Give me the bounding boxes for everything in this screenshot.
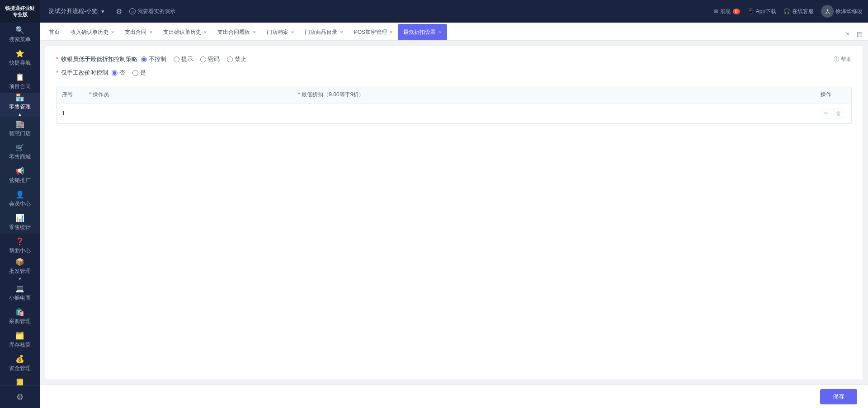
project-selector[interactable]: 测试分开流程-小览 ▼ xyxy=(45,5,108,17)
close-icon[interactable]: × xyxy=(253,29,255,35)
sidebar-item-retail[interactable]: 🏪 零售管理 ▲ xyxy=(0,93,40,117)
sidebar-item-finance[interactable]: 💰 资金管理 xyxy=(0,352,40,375)
sidebar-item-member[interactable]: 👤 会员中心 xyxy=(0,187,40,211)
close-icon[interactable]: × xyxy=(291,29,294,35)
sidebar: 畅捷通好业财 专业版 🔍 搜索菜单 ⭐ 快捷导航 📋 项目合同 🏪 零售管理 ▲… xyxy=(0,0,40,408)
tab-home[interactable]: 首页 xyxy=(43,24,65,40)
project-name: 测试分开流程-小览 xyxy=(49,7,98,15)
topbar-settings-btn[interactable]: ⚙ xyxy=(114,5,124,18)
sidebar-item-label: 会员中心 xyxy=(9,200,31,208)
sidebar-item-label: 零售商城 xyxy=(9,153,31,161)
sidebar-item-wholesale[interactable]: 📦 批发管理 ▼ xyxy=(0,258,40,281)
help-link[interactable]: ⓘ 帮助 xyxy=(834,56,852,63)
sidebar-item-quicknav[interactable]: ⭐ 快捷导航 xyxy=(0,46,40,70)
form-section: * 收银员低于最低折扣控制策略 不控制 提示 xyxy=(56,55,852,77)
chevron-down-icon: ▼ xyxy=(100,9,105,14)
manual-price-radio-group: 否 是 xyxy=(112,69,146,77)
sidebar-item-label: 零售统计 xyxy=(9,224,31,231)
inventory-icon: 🗂️ xyxy=(15,331,24,340)
marketing-icon: 📢 xyxy=(15,167,24,175)
app-download-icon: 📱 xyxy=(747,8,754,14)
radio-no[interactable]: 否 xyxy=(112,69,125,77)
sidebar-item-ledger[interactable]: 📒 总账管理 xyxy=(0,375,40,385)
customer-service-btn[interactable]: 🎧 在线客服 xyxy=(783,8,814,15)
topbar-right: ✉ 消息 8 📱 App下载 🎧 在线客服 人 徐泽华修改 xyxy=(714,5,863,18)
sidebar-item-marketing[interactable]: 📢 营销推广 xyxy=(0,164,40,187)
tab-store-file[interactable]: 门店档案 × xyxy=(261,24,299,40)
logo-text: 畅捷通好业财 专业版 xyxy=(5,5,35,18)
project-icon: 📋 xyxy=(15,73,24,81)
strategy-radio-group: 不控制 提示 密码 禁止 xyxy=(141,55,246,63)
ledger-icon: 📒 xyxy=(15,378,24,386)
sidebar-item-inventory[interactable]: 🗂️ 库存核算 xyxy=(0,328,40,352)
sidebar-item-search[interactable]: 🔍 搜索菜单 xyxy=(0,23,40,46)
quicknav-icon: ⭐ xyxy=(15,49,24,58)
message-btn[interactable]: ✉ 消息 8 xyxy=(714,8,740,15)
settings-button[interactable]: ⚙ xyxy=(0,385,40,408)
customer-service-icon: 🎧 xyxy=(783,8,790,14)
demo-link[interactable]: ○ 我要看实例演示 xyxy=(129,8,175,15)
table-container: 序号 * 操作员 * 最低折扣（9.00等于9折） 操作 xyxy=(56,86,852,124)
required-mark-2: * xyxy=(56,69,58,76)
manual-price-label: * 仅手工改价时控制 xyxy=(56,69,108,77)
tab-label: POS加密管理 xyxy=(354,28,387,36)
tab-label: 最低折扣设置 xyxy=(403,28,436,36)
radio-prompt[interactable]: 提示 xyxy=(174,55,193,63)
sidebar-item-project[interactable]: 📋 项目合同 xyxy=(0,70,40,93)
sidebar-item-stats[interactable]: 📊 零售统计 xyxy=(0,211,40,234)
tab-payment-board[interactable]: 支出合同看板 × xyxy=(212,24,261,40)
tab-min-discount[interactable]: 最低折扣设置 × xyxy=(398,24,447,40)
main-area: 测试分开流程-小览 ▼ ⚙ ○ 我要看实例演示 ✉ 消息 8 📱 App下载 🎧… xyxy=(40,0,868,408)
user-menu[interactable]: 人 徐泽华修改 xyxy=(821,5,863,18)
radio-password[interactable]: 密码 xyxy=(200,55,220,63)
close-icon[interactable]: × xyxy=(149,29,152,35)
delete-btn[interactable]: 🗑 xyxy=(833,108,844,119)
close-icon[interactable]: × xyxy=(340,29,343,35)
help-label: 帮助 xyxy=(841,56,852,63)
app-download-label: App下载 xyxy=(756,8,776,15)
help-icon: ❓ xyxy=(15,237,24,246)
tab-label: 支出合同 xyxy=(125,28,146,36)
tab-income-history[interactable]: 收入确认单历史 × xyxy=(65,24,119,40)
tab-label: 门店商品目录 xyxy=(305,28,337,36)
tab-label: 门店档案 xyxy=(267,28,288,36)
message-icon: ✉ xyxy=(714,8,718,14)
footer-bar: 保存 xyxy=(40,385,868,408)
sidebar-item-ecommerce[interactable]: 💻 小畅电商 xyxy=(0,281,40,305)
tab-payment-contract[interactable]: 支出合同 × xyxy=(119,24,157,40)
radio-no-control[interactable]: 不控制 xyxy=(141,55,166,63)
tabs-end-controls: × ▤ xyxy=(844,29,864,40)
table-body: 1 ✏ 🗑 xyxy=(57,103,851,124)
smart-store-icon: 🏬 xyxy=(15,120,24,128)
app-download-btn[interactable]: 📱 App下载 xyxy=(747,8,776,15)
tab-payment-confirm-history[interactable]: 支出确认单历史 × xyxy=(158,24,212,40)
close-all-tabs-btn[interactable]: × xyxy=(844,29,851,38)
app-logo: 畅捷通好业财 专业版 xyxy=(0,0,40,23)
content-area: * 收银员低于最低折扣控制策略 不控制 提示 xyxy=(40,41,868,385)
member-icon: 👤 xyxy=(15,190,24,199)
tab-store-products[interactable]: 门店商品目录 × xyxy=(299,24,348,40)
close-icon[interactable]: × xyxy=(111,29,114,35)
sidebar-item-label: 采购管理 xyxy=(9,318,31,325)
expand-icon: ▲ xyxy=(18,112,22,117)
tabs-menu-btn[interactable]: ▤ xyxy=(855,29,864,38)
col-seq-header: 序号 xyxy=(57,86,84,103)
demo-circle-icon: ○ xyxy=(129,8,136,14)
sidebar-item-help[interactable]: ❓ 帮助中心 xyxy=(0,234,40,258)
sidebar-item-purchase[interactable]: 🛍️ 采购管理 xyxy=(0,305,40,328)
col-discount-header: * 最低折扣（9.00等于9折） xyxy=(292,86,815,103)
radio-yes[interactable]: 是 xyxy=(132,69,146,77)
save-button[interactable]: 保存 xyxy=(820,389,857,404)
tab-label: 收入确认单历史 xyxy=(71,28,108,36)
sidebar-item-smart-store[interactable]: 🏬 智慧门店 xyxy=(0,117,40,140)
tab-pos-password[interactable]: POS加密管理 × xyxy=(349,24,398,40)
sidebar-item-label: 快捷导航 xyxy=(9,59,31,67)
radio-forbid[interactable]: 禁止 xyxy=(227,55,246,63)
sidebar-item-online-store[interactable]: 🛒 零售商城 xyxy=(0,140,40,164)
search-icon: 🔍 xyxy=(15,26,24,34)
sidebar-item-label: 小畅电商 xyxy=(9,294,31,302)
close-icon[interactable]: × xyxy=(390,29,392,35)
edit-btn[interactable]: ✏ xyxy=(821,108,831,119)
close-icon[interactable]: × xyxy=(204,29,207,35)
close-icon[interactable]: × xyxy=(439,29,441,35)
